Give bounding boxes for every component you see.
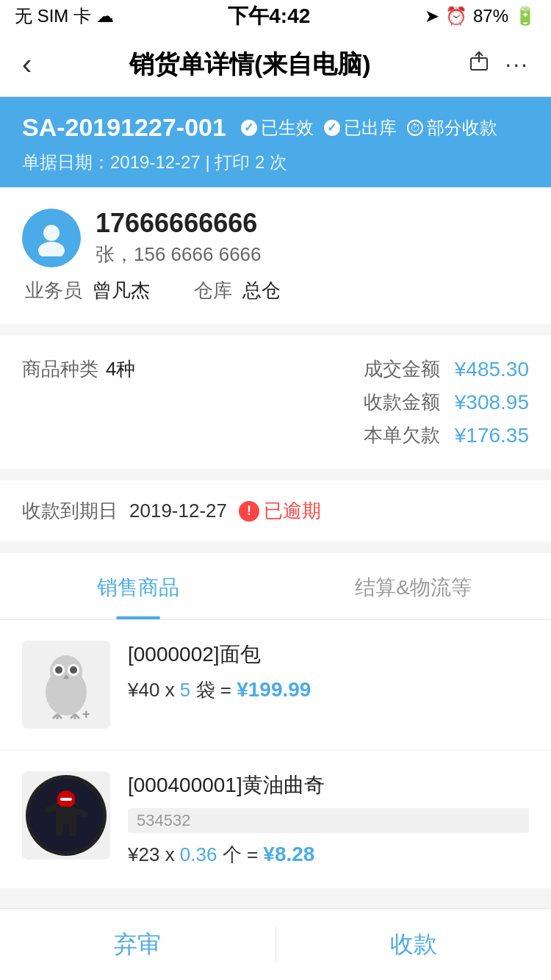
header-banner: SA-20191227-001 ✓ 已生效 ✓ 已出库 ⏱ 部分收款 单据日期：… xyxy=(0,97,551,187)
summary-section: 商品种类 4种 成交金额 ¥485.30 收款金额 ¥308.95 本单欠款 ¥… xyxy=(0,336,551,469)
customer-avatar xyxy=(22,209,81,267)
status-time: 下午4:42 xyxy=(228,2,310,30)
customer-name-phone: 张，156 6666 6666 xyxy=(96,242,262,267)
overdue-text: 已逾期 xyxy=(264,498,321,524)
product-unit-price-2: ¥23 xyxy=(128,843,159,865)
battery-level: 87% xyxy=(473,6,508,26)
status-right: ➤ ⏰ 87% 🔋 xyxy=(425,6,536,26)
tab-settlement[interactable]: 结算&物流等 xyxy=(276,553,551,619)
battery-icon: 🔋 xyxy=(514,6,536,26)
warehouse-value: 总仓 xyxy=(242,278,281,303)
clock-icon: ⏱ xyxy=(407,120,423,136)
overdue-badge: ! 已逾期 xyxy=(239,498,321,524)
svg-point-1 xyxy=(43,225,60,241)
svg-rect-21 xyxy=(56,807,76,824)
summary-left: 商品种类 4种 xyxy=(22,356,135,382)
warehouse-item: 仓库 总仓 xyxy=(194,278,281,303)
badge-partial-label: 部分收款 xyxy=(427,116,497,140)
warehouse-label: 仓库 xyxy=(194,278,232,303)
product-unit-1: 袋 xyxy=(196,679,215,701)
product-total-2: ¥8.28 xyxy=(263,843,314,865)
nav-right: ··· xyxy=(468,50,529,79)
status-bar: 无 SIM 卡 ☁ 下午4:42 ➤ ⏰ 87% 🔋 xyxy=(0,0,551,32)
badge-shipped-label: 已出库 xyxy=(344,116,397,140)
received-label: 收款金额 xyxy=(364,389,440,415)
badge-activated-label: 已生效 xyxy=(261,116,314,140)
product-unit-2: 个 xyxy=(223,843,242,865)
product-thumb-1: + xyxy=(22,641,110,729)
debt-value: ¥176.35 xyxy=(455,424,529,447)
category-count: 4种 xyxy=(106,356,135,382)
more-button[interactable]: ··· xyxy=(505,51,529,78)
check-icon-1: ✓ xyxy=(241,120,257,136)
product-total-1: ¥199.99 xyxy=(237,678,311,701)
sales-rep-value: 曾凡杰 xyxy=(93,278,150,303)
product-unit-price-1: ¥40 xyxy=(128,679,159,701)
deal-amount-label: 成交金额 xyxy=(364,356,440,382)
bottom-bar: 弃审 收款 xyxy=(0,908,551,978)
tab-sales-products-label: 销售商品 xyxy=(97,576,179,599)
customer-meta: 业务员 曾凡杰 仓库 总仓 xyxy=(22,278,529,303)
header-sub-text: 单据日期：2019-12-27 | 打印 2 次 xyxy=(22,151,529,174)
product-thumb-2 xyxy=(22,771,110,860)
deal-amount-row: 成交金额 ¥485.30 xyxy=(364,356,529,382)
badge-partial: ⏱ 部分收款 xyxy=(407,116,497,140)
svg-rect-22 xyxy=(56,823,63,836)
badge-activated: ✓ 已生效 xyxy=(241,116,314,140)
product-price-row-1: ¥40 x 5 袋 = ¥199.99 xyxy=(128,677,529,703)
due-date: 2019-12-27 xyxy=(129,500,227,522)
svg-point-9 xyxy=(70,666,77,674)
product-name-1: [0000002]面包 xyxy=(128,641,529,669)
collect-button[interactable]: 收款 xyxy=(276,914,552,976)
alarm-icon: ⏰ xyxy=(445,6,467,26)
customer-section: 17666666666 张，156 6666 6666 业务员 曾凡杰 仓库 总… xyxy=(0,187,551,324)
status-badges: ✓ 已生效 ✓ 已出库 ⏱ 部分收款 xyxy=(241,116,497,140)
svg-point-2 xyxy=(38,242,65,256)
cancel-review-button[interactable]: 弃审 xyxy=(0,914,276,976)
due-section: 收款到期日 2019-12-27 ! 已逾期 xyxy=(0,480,551,541)
check-icon-2: ✓ xyxy=(324,120,340,136)
badge-shipped: ✓ 已出库 xyxy=(324,116,397,140)
due-label: 收款到期日 xyxy=(22,498,118,524)
svg-text:+: + xyxy=(82,707,90,721)
location-icon: ➤ xyxy=(425,6,439,26)
status-left: 无 SIM 卡 ☁ xyxy=(15,4,114,28)
sales-rep-label: 业务员 xyxy=(25,278,82,303)
tab-sales-products[interactable]: 销售商品 xyxy=(0,553,276,619)
category-label: 商品种类 xyxy=(22,356,98,382)
received-row: 收款金额 ¥308.95 xyxy=(364,389,529,415)
tab-settlement-label: 结算&物流等 xyxy=(355,576,472,599)
product-info-2: [000400001]黄油曲奇 534532 ¥23 x 0.36 个 = ¥8… xyxy=(128,771,529,868)
tab-bar: 销售商品 结算&物流等 xyxy=(0,553,551,620)
product-image-circle xyxy=(26,775,107,856)
customer-top: 17666666666 张，156 6666 6666 xyxy=(22,208,529,267)
product-item-1: + [0000002]面包 ¥40 x 5 袋 = ¥199.99 xyxy=(0,620,551,749)
product-info-1: [0000002]面包 ¥40 x 5 袋 = ¥199.99 xyxy=(128,641,529,703)
product-item-2: [000400001]黄油曲奇 534532 ¥23 x 0.36 个 = ¥8… xyxy=(0,751,551,888)
summary-right: 成交金额 ¥485.30 收款金额 ¥308.95 本单欠款 ¥176.35 xyxy=(364,356,529,448)
sales-rep-item: 业务员 曾凡杰 xyxy=(25,278,150,303)
debt-label: 本单欠款 xyxy=(364,422,440,448)
deal-amount-value: ¥485.30 xyxy=(455,358,529,381)
summary-row: 商品种类 4种 成交金额 ¥485.30 收款金额 ¥308.95 本单欠款 ¥… xyxy=(22,356,529,448)
overdue-icon: ! xyxy=(239,501,259,522)
customer-info: 17666666666 张，156 6666 6666 xyxy=(96,208,262,267)
product-qty-1: 5 xyxy=(180,679,190,701)
svg-rect-26 xyxy=(60,798,72,801)
product-qty-2: 0.36 xyxy=(180,843,217,865)
product-price-row-2: ¥23 x 0.36 个 = ¥8.28 xyxy=(128,842,529,868)
sim-status: 无 SIM 卡 ☁ xyxy=(15,4,114,28)
customer-phone: 17666666666 xyxy=(96,208,262,239)
share-button[interactable] xyxy=(468,50,490,79)
nav-left: ‹ xyxy=(22,48,32,81)
debt-row: 本单欠款 ¥176.35 xyxy=(364,422,529,448)
received-value: ¥308.95 xyxy=(455,391,529,414)
product-tag-2: 534532 xyxy=(128,808,529,833)
nav-title: 销货单详情(来自电脑) xyxy=(129,48,371,82)
nav-bar: ‹ 销货单详情(来自电脑) ··· xyxy=(0,32,551,97)
svg-point-8 xyxy=(55,666,62,674)
order-id: SA-20191227-001 xyxy=(22,113,226,142)
svg-rect-23 xyxy=(69,823,76,836)
product-name-2: [000400001]黄油曲奇 xyxy=(128,771,529,799)
back-button[interactable]: ‹ xyxy=(22,48,32,81)
